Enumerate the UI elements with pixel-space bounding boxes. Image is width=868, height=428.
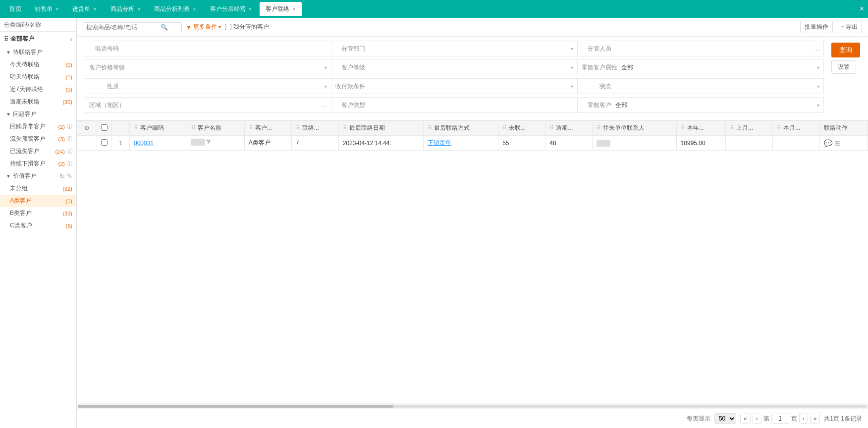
col-contact[interactable]: ⠿联络... [291,121,338,136]
filter-cell-region[interactable]: 区域（地区） … [85,97,331,113]
tab-purchase-close[interactable]: × [93,6,96,12]
query-button[interactable]: 查询 [831,43,860,57]
col-uncontact[interactable]: ⠿未联... [498,121,545,136]
col-last-month[interactable]: ⠿上月... [726,121,773,136]
filter-cell-scatter-attr[interactable]: 零散客户属性 全部 ▾ [577,59,824,75]
refresh-icon[interactable]: ↻ [59,172,65,180]
nav-home[interactable]: 首页 [4,4,27,13]
col-name[interactable]: ⠿客户名称 [187,121,244,136]
row-last-way-cell[interactable]: 下销货单 [423,136,498,151]
my-customers-checkbox[interactable] [225,24,231,30]
tab-purchase[interactable]: 进货单 × [66,2,102,16]
filter-cell-payment[interactable]: 收付款条件 ▾ [331,78,578,94]
sidebar-item-today[interactable]: 今天待联络 (0) [0,58,76,71]
filter-cell-manager[interactable]: 分管人员 … [577,41,824,56]
filter-cell-dept[interactable]: 分管部门 ▾ [331,41,578,56]
filter-cell-scatter[interactable]: 零散客户 全部 ▾ [577,97,824,113]
window-close-icon[interactable]: × [860,4,864,13]
scrollbar-track[interactable] [78,405,867,408]
filter-cell-nature[interactable]: 性质 ▾ [85,78,331,94]
cust-level-arrow-icon[interactable]: ▾ [571,65,573,70]
dept-arrow-icon[interactable]: ▾ [571,46,573,52]
row-checkbox-cell[interactable] [97,136,112,151]
col-type[interactable]: ⠿客户... [244,121,291,136]
region-dots-icon[interactable]: … [321,102,327,108]
sidebar-item-declining[interactable]: 持续下滑客户 (2) ⓘ [0,158,76,170]
pending-contact-group[interactable]: ▼ 待联络客户 [0,46,76,58]
scatter-attr-arrow-icon[interactable]: ▾ [817,65,819,70]
tab-customer-contact[interactable]: 客户联络 × [260,2,301,16]
grid-icon-action[interactable]: ⊞ [834,139,840,147]
sidebar-item-overdue[interactable]: 逾期未联络 (30) [0,96,76,108]
filter-search-icon[interactable]: 🔍 [161,24,168,31]
last-way-link[interactable]: 下销货单 [428,139,451,146]
tab-analysis-close[interactable]: × [137,6,140,12]
sidebar-item-tomorrow[interactable]: 明天待联络 (1) [0,71,76,83]
scatter-arrow-icon[interactable]: ▾ [817,103,819,108]
nature-arrow-icon[interactable]: ▾ [325,84,327,89]
payment-arrow-icon[interactable]: ▾ [571,84,573,89]
last-page-button[interactable]: » [810,414,820,424]
sidebar-item-repurchase[interactable]: 回购异常客户 (2) ⓘ [0,120,76,133]
sidebar-item-class-b[interactable]: B类客户 (33) [0,207,76,219]
col-last-date[interactable]: ⠿最后联络日期 [338,121,423,136]
col-overdue[interactable]: ⠿逾期... [545,121,593,136]
my-customers-checkbox-wrap[interactable]: 我分管的客户 [225,23,269,31]
sidebar-item-class-a[interactable]: A类客户 (1) [0,195,76,207]
value-customers-group[interactable]: ▼ 价值客户 ↻ ✎ [0,170,76,182]
row-code-cell[interactable]: 000031 [130,136,187,151]
batch-ops-button[interactable]: 批量操作 [800,21,833,33]
churned-info-icon[interactable]: ⓘ [67,148,72,155]
tab-sales[interactable]: 销售单 × [29,2,64,16]
sidebar-item-churned[interactable]: 已流失客户 (24) ⓘ [0,145,76,158]
sidebar-item-7days[interactable]: 近7天待联络 (0) [0,83,76,96]
problem-customers-group[interactable]: ▼ 问题客户 [0,108,76,120]
tab-customer-mgmt-close[interactable]: × [249,6,252,12]
sidebar-item-churn-warning[interactable]: 流失预警客户 (3) ⓘ [0,133,76,145]
row-name-cell[interactable]: ? [187,136,244,151]
filter-cell-cust-level[interactable]: 客户等级 ▾ [331,59,578,75]
churn-warning-info-icon[interactable]: ⓘ [67,135,72,143]
tab-customer-mgmt[interactable]: 客户分层经营 × [204,2,258,16]
col-settings-icon[interactable]: ⚙ [81,124,93,133]
sidebar-collapse-icon[interactable]: ‹ [70,35,72,43]
tab-customer-contact-close[interactable]: × [292,6,295,12]
tab-analysis[interactable]: 商品分析 × [105,2,146,16]
scrollbar-thumb[interactable] [78,405,393,408]
all-customers-title[interactable]: ⠿ 全部客户 ‹ [0,32,76,46]
page-input[interactable] [771,414,789,424]
per-page-select[interactable]: 50 [714,413,736,424]
col-code[interactable]: ⠿客户编码 [130,121,187,136]
settings-button[interactable]: 设置 [831,60,856,74]
declining-info-icon[interactable]: ⓘ [67,160,72,167]
manager-dots-icon[interactable]: … [814,45,819,52]
edit-icon[interactable]: ✎ [67,172,72,180]
sidebar-item-class-c[interactable]: C类客户 (6) [0,219,76,232]
sidebar-search-input[interactable] [4,21,77,28]
row-checkbox[interactable] [101,139,108,146]
first-page-button[interactable]: « [740,414,751,424]
select-all-checkbox[interactable] [101,124,108,131]
col-settings[interactable]: ⚙ [77,121,97,136]
horizontal-scrollbar[interactable] [77,403,868,409]
tab-analysis-list[interactable]: 商品分析列表 × [148,2,202,16]
chat-icon[interactable]: 💬 [824,139,832,147]
sidebar-item-ungrouped[interactable]: 未分组 (32) [0,182,76,195]
filter-search-input[interactable] [86,24,161,31]
next-page-button[interactable]: › [799,414,808,424]
col-unit-contact[interactable]: ⠿往来单位联系人 [593,121,676,136]
price-level-arrow-icon[interactable]: ▾ [325,65,327,70]
tab-sales-close[interactable]: × [55,6,58,12]
repurchase-info-icon[interactable]: ⓘ [67,123,72,130]
filter-cell-status[interactable]: 状态 ▾ [577,78,824,94]
col-this-year[interactable]: ⠿本年... [676,121,726,136]
customer-code-link[interactable]: 000031 [134,140,154,147]
status-arrow-icon[interactable]: ▾ [817,84,819,89]
export-button[interactable]: ↑ 导出 [837,21,862,33]
prev-page-button[interactable]: ‹ [753,414,761,424]
col-last-way[interactable]: ⠿最后联络方式 [423,121,498,136]
tab-analysis-list-close[interactable]: × [193,6,196,12]
filter-more-btn[interactable]: ▼ 更多条件 ▾ [186,23,221,31]
filter-cell-price-level[interactable]: 客户价格等级 ▾ [85,59,331,75]
col-this-month[interactable]: ⠿本月... [773,121,820,136]
